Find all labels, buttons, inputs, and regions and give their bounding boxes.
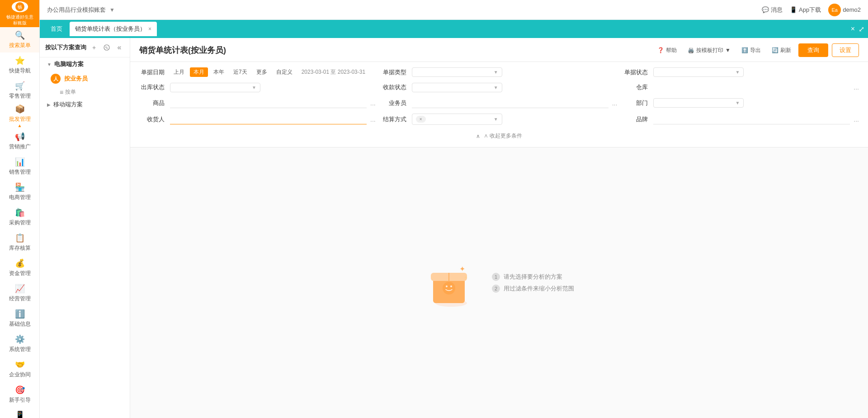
date-label: 单据日期 <box>139 68 165 76</box>
salesman-input[interactable] <box>412 98 609 108</box>
consignee-label: 收货人 <box>139 115 165 124</box>
print-btn[interactable]: 🖨️ 按模板打印 ▼ <box>684 45 734 56</box>
help-btn[interactable]: ❓ 帮助 <box>654 45 680 56</box>
tip-text-2: 用过滤条件来缩小分析范围 <box>504 285 574 293</box>
sidebar-item-retail[interactable]: 🛒 零售管理 <box>0 78 39 103</box>
topbar-dropdown-icon[interactable]: ▼ <box>109 7 115 13</box>
doc-status-control: ▼ <box>653 67 859 77</box>
tree-node-salesman[interactable]: 人 按业务员 <box>40 71 130 86</box>
sidebar-item-marketing[interactable]: 📢 营销推广 <box>0 128 39 154</box>
message-btn[interactable]: 💬 消息 <box>762 6 783 14</box>
sidebar-item-operation[interactable]: 📈 经营管理 <box>0 280 39 306</box>
user-menu[interactable]: Ea demo2 <box>828 4 861 16</box>
sidebar-item-newbie[interactable]: 🎯 新手引导 <box>0 382 39 407</box>
doc-status-arrow-icon: ▼ <box>735 70 740 75</box>
empty-state: ✦ ✦ 1 请先选择要分析的方案 <box>130 147 868 418</box>
settings-btn[interactable]: 设置 <box>832 43 859 57</box>
sidebar-item-purchase[interactable]: 🛍️ 采购管理 <box>0 204 39 230</box>
date-tab-this-month[interactable]: 本月 <box>190 67 208 77</box>
dept-label: 部门 <box>623 99 648 107</box>
out-status-select[interactable]: ▼ <box>170 83 260 92</box>
date-tab-this-year[interactable]: 本年 <box>210 67 228 77</box>
topbar-left: 办公用品行业模拟账套 ▼ <box>47 6 115 14</box>
tree-mobile-section[interactable]: ▶ 移动端方案 <box>40 98 130 111</box>
sidebar-item-appstore[interactable]: 📱 应用中心 <box>0 407 39 418</box>
tab-maximize-icon[interactable]: ⤢ <box>859 25 864 33</box>
sidebar-item-finance[interactable]: 💰 资金管理 <box>0 255 39 280</box>
clipboard-icon: 📋 <box>15 233 25 243</box>
export-btn[interactable]: ⬆️ 导出 <box>738 45 764 56</box>
settlement-select[interactable]: × ▼ <box>412 114 502 125</box>
sidebar-item-sales[interactable]: 📊 销售管理 <box>0 154 39 179</box>
box-icon: 📦 <box>15 104 25 114</box>
info-icon: ℹ️ <box>15 309 25 319</box>
date-filter-control: 上月 本月 本年 近7天 更多 自定义 2023-03-01 至 2023-03… <box>170 67 376 77</box>
sidebar-item-search[interactable]: 🔍 搜索菜单 <box>0 27 39 52</box>
sidebar-item-quick[interactable]: ⭐ 快捷导航 <box>0 52 39 78</box>
query-btn[interactable]: 查询 <box>798 43 828 57</box>
tab-active[interactable]: 销货单统计表（按业务员） × <box>70 22 157 36</box>
date-tab-last-month[interactable]: 上月 <box>170 67 188 77</box>
print-icon: 🖨️ <box>688 47 694 53</box>
collapse-conditions-btn[interactable]: ∧ ∧ 收起更多条件 <box>139 130 859 142</box>
brand-input[interactable] <box>653 114 850 124</box>
consignee-control: ... <box>170 114 376 124</box>
svg-point-12 <box>446 285 448 287</box>
settlement-clear-icon[interactable]: × <box>420 117 422 122</box>
filter-row-3: 商品 ... 业务员 ... 部门 <box>139 98 859 108</box>
salesman-dots-btn[interactable]: ... <box>612 100 618 107</box>
tab-close-icon[interactable]: × <box>148 26 151 32</box>
consignee-dots-btn[interactable]: ... <box>370 116 376 123</box>
empty-tip-2: 2 用过滤条件来缩小分析范围 <box>492 285 574 293</box>
collapse-panel-btn[interactable]: « <box>114 43 124 52</box>
doc-status-label: 单据状态 <box>623 68 648 76</box>
tree-sub-by-order[interactable]: ≡ 按单 <box>40 86 130 98</box>
settlement-clear-tag: × <box>416 116 426 123</box>
page-header: 销货单统计表(按业务员) ❓ 帮助 🖨️ 按模板打印 ▼ <box>130 38 868 62</box>
target-icon: 🎯 <box>15 385 25 395</box>
tree-active-icon: 人 <box>51 74 61 84</box>
money-icon: 💰 <box>15 258 25 268</box>
sidebar-item-wholesale[interactable]: 📦 批发管理 ▲ <box>0 103 39 128</box>
dept-select[interactable]: ▼ <box>653 98 744 108</box>
doc-type-arrow-icon: ▼ <box>494 70 498 75</box>
right-main: 销货单统计表(按业务员) ❓ 帮助 🖨️ 按模板打印 ▼ <box>130 38 868 418</box>
receipt-status-select[interactable]: ▼ <box>412 83 502 92</box>
filter-row-2: 出库状态 ▼ 收款状态 ▼ <box>139 82 859 92</box>
date-tab-7days[interactable]: 近7天 <box>230 67 251 77</box>
sidebar-item-enterprise[interactable]: 🤝 企业协同 <box>0 356 39 382</box>
date-tab-custom[interactable]: 自定义 <box>273 67 296 77</box>
megaphone-icon: 📢 <box>15 132 25 142</box>
refresh-btn[interactable]: 🔄 刷新 <box>768 45 795 56</box>
store-icon: 🏪 <box>15 182 25 192</box>
star-icon: ⭐ <box>15 56 25 66</box>
doc-status-select[interactable]: ▼ <box>653 67 744 77</box>
tip-text-1: 请先选择要分析的方案 <box>504 273 562 281</box>
dept-arrow-icon: ▼ <box>735 100 740 105</box>
add-scheme-btn[interactable]: + <box>89 43 99 52</box>
warehouse-dots-btn[interactable]: ... <box>854 84 859 91</box>
warehouse-control: ... <box>653 82 859 92</box>
chart-icon: 📊 <box>15 157 25 167</box>
date-tab-more[interactable]: 更多 <box>253 67 271 77</box>
sidebar-item-system[interactable]: ⚙️ 系统管理 <box>0 331 39 356</box>
sidebar-item-basic[interactable]: ℹ️ 基础信息 <box>0 306 39 331</box>
consignee-input[interactable] <box>170 114 367 124</box>
doc-type-select[interactable]: ▼ <box>412 67 502 77</box>
tab-minimize-icon[interactable]: × <box>851 25 855 33</box>
goods-input[interactable] <box>170 98 367 108</box>
tree-expand-icon: ▼ <box>47 62 52 67</box>
handshake-icon: 🤝 <box>15 360 25 370</box>
tree-desktop-section[interactable]: ▼ 电脑端方案 <box>40 57 130 71</box>
goods-dots-btn[interactable]: ... <box>370 100 376 107</box>
tab-home[interactable]: 首页 <box>43 20 70 38</box>
brand-dots-btn[interactable]: ... <box>854 116 859 123</box>
sidebar-item-ecommerce[interactable]: 🏪 电商管理 <box>0 179 39 204</box>
empty-illustration: ✦ ✦ <box>424 256 478 310</box>
app-download-btn[interactable]: 📱 App下载 <box>790 6 821 14</box>
svg-point-13 <box>450 285 452 287</box>
warehouse-input[interactable] <box>653 82 850 92</box>
sidebar-item-inventory[interactable]: 📋 库存核算 <box>0 230 39 255</box>
empty-tips: 1 请先选择要分析的方案 2 用过滤条件来缩小分析范围 <box>492 273 574 293</box>
edit-scheme-btn[interactable]: ✎ <box>102 43 112 52</box>
